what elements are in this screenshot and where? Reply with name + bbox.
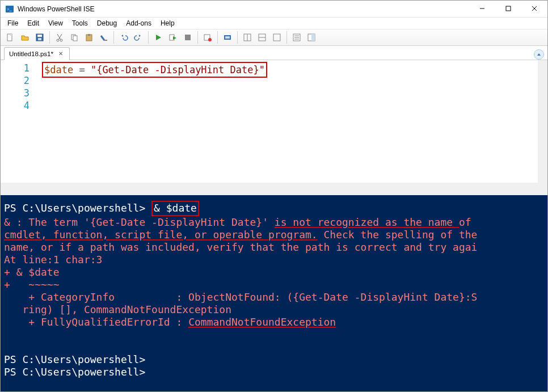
line-number: 4 (3, 99, 29, 112)
title-bar: >_ Windows PowerShell ISE (1, 1, 547, 18)
props-icon[interactable] (290, 31, 303, 44)
window-controls (469, 1, 547, 18)
toolbar (1, 29, 547, 46)
console-error-text: name, or if a path was included, verify … (4, 241, 544, 254)
console-error-text: Check the spelling of the (318, 229, 484, 241)
remote-icon[interactable] (221, 31, 234, 44)
menu-tools[interactable]: Tools (68, 18, 92, 28)
undo-icon[interactable] (117, 31, 130, 44)
command-addon-icon[interactable] (305, 31, 318, 44)
console-command-highlight: & $date (151, 201, 199, 216)
console-pane[interactable]: PS C:\Users\powershell> & $date& : The t… (1, 195, 547, 391)
line-number: 3 (3, 87, 29, 99)
cut-icon[interactable] (53, 31, 66, 44)
console-error-text: & : The term '{Get-Date -DisplayHint Dat… (4, 216, 275, 228)
menu-addons[interactable]: Add-ons (121, 18, 156, 28)
console-error-text: + CategoryInfo : ObjectNotFound: ({Get-D… (4, 291, 544, 304)
menu-debug[interactable]: Debug (92, 18, 121, 28)
svg-rect-3 (506, 6, 511, 11)
svg-rect-31 (273, 34, 280, 41)
token-variable: $date (44, 64, 73, 75)
console-error-text: ring) [], CommandNotFoundException (4, 304, 544, 316)
stop-icon[interactable] (182, 31, 194, 44)
run-icon[interactable] (152, 31, 165, 44)
svg-point-24 (208, 38, 212, 41)
console-error-text: + ~~~~~ (4, 279, 544, 291)
svg-rect-18 (88, 34, 90, 36)
tab-close-icon[interactable]: ✕ (57, 50, 65, 58)
svg-text:>_: >_ (7, 7, 12, 12)
app-icon: >_ (5, 5, 14, 14)
close-button[interactable] (521, 1, 547, 18)
breakpoint-icon[interactable] (201, 31, 214, 44)
layout-2-icon[interactable] (256, 31, 268, 44)
console-error-underline: cmdlet, function, script file, or operab… (4, 229, 318, 241)
svg-rect-22 (185, 35, 191, 40)
console-prompt: PS C:\Users\powershell> (4, 202, 151, 214)
console-error-underline: CommandNotFoundException (188, 316, 336, 328)
menu-file[interactable]: File (3, 18, 23, 28)
token-operator: = (73, 64, 91, 75)
minimize-button[interactable] (469, 1, 495, 18)
console-error-text: + FullyQualifiedErrorId : (4, 316, 188, 328)
redo-icon[interactable] (132, 31, 145, 44)
console-error-text: + & $date (4, 266, 544, 279)
console-error-text: of (459, 216, 478, 228)
console-error-text: At line:1 char:3 (4, 254, 544, 266)
token-string: "{Get-Date -DisplayHint Date}" (91, 64, 265, 75)
svg-rect-7 (10, 34, 12, 36)
svg-rect-37 (311, 34, 315, 41)
menu-edit[interactable]: Edit (23, 18, 44, 28)
run-selection-icon[interactable] (167, 31, 179, 44)
svg-rect-10 (38, 38, 41, 40)
svg-point-14 (60, 39, 62, 41)
window-title: Windows PowerShell ISE (18, 5, 469, 13)
editor-hscrollbar[interactable] (1, 183, 538, 192)
code-highlight: $date = "{Get-Date -DisplayHint Date}" (42, 62, 267, 78)
new-file-icon[interactable] (4, 31, 16, 44)
console-prompt: PS C:\Users\powershell> (4, 353, 544, 366)
svg-rect-9 (37, 35, 42, 37)
panel-collapse-icon[interactable] (534, 49, 544, 60)
svg-point-13 (57, 39, 59, 41)
menu-view[interactable]: View (44, 18, 68, 28)
layout-3-icon[interactable] (271, 31, 283, 44)
layout-1-icon[interactable] (241, 31, 254, 44)
svg-rect-26 (225, 36, 230, 39)
file-tab[interactable]: Untitled18.ps1* ✕ (4, 47, 70, 60)
code-area[interactable]: $date = "{Get-Date -DisplayHint Date}" (37, 60, 538, 192)
menu-bar: File Edit View Tools Debug Add-ons Help (1, 18, 547, 29)
copy-icon[interactable] (68, 31, 81, 44)
open-file-icon[interactable] (19, 31, 31, 44)
console-blank (4, 328, 544, 341)
console-prompt: PS C:\Users\powershell> (4, 366, 544, 378)
paste-icon[interactable] (83, 31, 95, 44)
clear-icon[interactable] (98, 31, 110, 44)
tab-label: Untitled18.ps1* (9, 50, 53, 57)
console-blank (4, 341, 544, 353)
svg-rect-20 (104, 40, 107, 41)
script-editor[interactable]: 1 2 3 4 $date = "{Get-Date -DisplayHint … (1, 60, 547, 192)
svg-line-19 (101, 36, 104, 40)
maximize-button[interactable] (495, 1, 521, 18)
console-error-underline: is not recognized as the name (275, 216, 459, 228)
line-gutter: 1 2 3 4 (1, 60, 37, 192)
line-number: 1 (3, 62, 29, 74)
svg-rect-16 (73, 36, 77, 41)
editor-vscrollbar[interactable] (538, 60, 547, 192)
menu-help[interactable]: Help (156, 18, 179, 28)
line-number: 2 (3, 74, 29, 87)
save-icon[interactable] (33, 31, 46, 44)
tab-strip: Untitled18.ps1* ✕ (1, 46, 547, 60)
